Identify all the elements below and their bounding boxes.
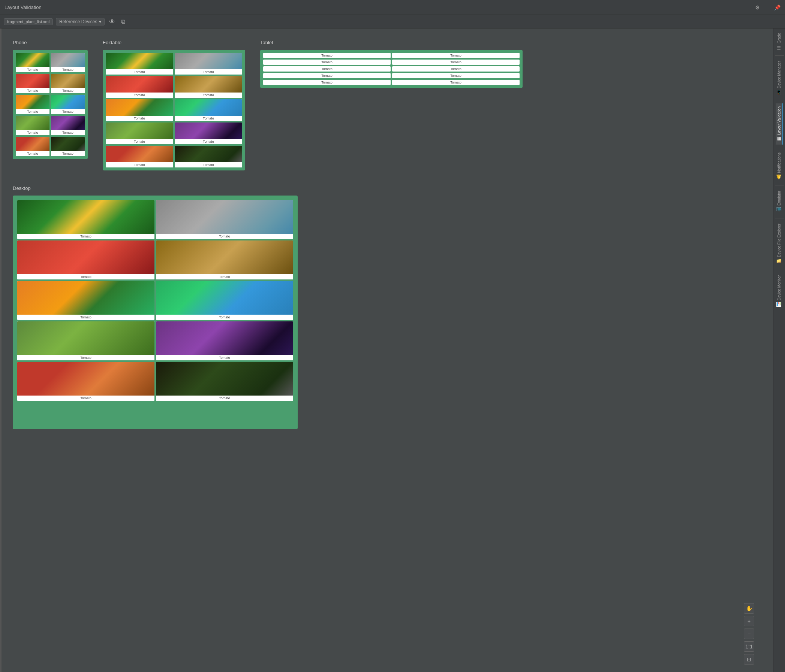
foldable-row-2: Tomato Tomato bbox=[106, 99, 242, 121]
top-devices-row: Phone Tomato Tomato bbox=[13, 40, 762, 170]
item-image bbox=[175, 123, 242, 139]
item-image bbox=[106, 123, 173, 139]
sidebar-tab-device-file-explorer[interactable]: 📁 Device File Explorer bbox=[776, 221, 783, 267]
list-item: Tomato bbox=[175, 123, 242, 144]
item-label: Tomato bbox=[16, 67, 50, 72]
sidebar-tab-device-file-explorer-label: Device File Explorer bbox=[777, 224, 781, 257]
foldable-frame: Tomato Tomato Tomato bbox=[103, 50, 245, 170]
list-item: Tomato bbox=[17, 281, 155, 320]
device-file-explorer-icon: 📁 bbox=[776, 259, 782, 265]
tablet-list: Tomato Tomato Tomato bbox=[263, 53, 519, 85]
canvas-area[interactable]: Phone Tomato Tomato bbox=[2, 28, 773, 672]
desktop-list: Tomato Tomato Tomato bbox=[17, 200, 293, 425]
sidebar-divider-6 bbox=[775, 270, 784, 270]
item-label: Tomato bbox=[17, 396, 155, 401]
grade-icon: ☰ bbox=[776, 45, 782, 50]
dropdown-arrow-icon: ▾ bbox=[99, 19, 101, 24]
item-label: Tomato bbox=[17, 234, 155, 239]
device-manager-icon: 📱 bbox=[776, 90, 782, 95]
item-label: Tomato bbox=[175, 116, 242, 121]
item-label: Tomato bbox=[17, 274, 155, 279]
phone-row-2: Tomato Tomato bbox=[16, 95, 85, 114]
minimize-icon[interactable]: — bbox=[765, 5, 769, 11]
item-label: Tomato bbox=[263, 73, 391, 78]
reset-zoom-button[interactable]: 1:1 bbox=[744, 641, 754, 652]
foldable-list: Tomato Tomato Tomato bbox=[106, 53, 242, 167]
item-image bbox=[16, 53, 50, 67]
copy-button[interactable]: ⧉ bbox=[120, 18, 127, 26]
item-label: Tomato bbox=[17, 315, 155, 320]
zoom-in-button[interactable]: + bbox=[744, 616, 754, 626]
sidebar-tab-emulator-label: Emulator bbox=[777, 191, 781, 206]
toolbar: fragment_plant_list.xml Reference Device… bbox=[0, 15, 785, 28]
item-label: Tomato bbox=[106, 69, 173, 75]
item-image bbox=[156, 321, 293, 355]
item-label: Tomato bbox=[156, 274, 293, 279]
phone-label: Phone bbox=[13, 40, 88, 45]
list-item: Tomato bbox=[17, 362, 155, 401]
item-image bbox=[175, 76, 242, 92]
settings-icon[interactable]: ⚙ bbox=[755, 5, 760, 11]
list-item: Tomato bbox=[16, 116, 50, 135]
item-label: Tomato bbox=[106, 116, 173, 121]
desktop-row-2: Tomato Tomato bbox=[17, 281, 293, 320]
sidebar-tab-notifications[interactable]: 🔔 Notifications bbox=[776, 150, 783, 183]
item-label: Tomato bbox=[156, 355, 293, 360]
tablet-row-0: Tomato Tomato bbox=[263, 53, 519, 58]
phone-frame: Tomato Tomato bbox=[13, 50, 88, 159]
item-label: Tomato bbox=[263, 66, 391, 72]
list-item: Tomato bbox=[16, 53, 50, 72]
item-image bbox=[17, 362, 155, 396]
item-image bbox=[51, 53, 85, 67]
list-item: Tomato bbox=[263, 53, 391, 58]
item-label: Tomato bbox=[263, 80, 391, 85]
list-item: Tomato bbox=[263, 73, 391, 78]
sidebar-tab-device-manager[interactable]: 📱 Device Manager bbox=[776, 58, 783, 98]
hand-tool-button[interactable]: ✋ bbox=[744, 603, 754, 614]
item-label: Tomato bbox=[16, 151, 50, 156]
desktop-bottom-space bbox=[17, 402, 293, 425]
list-item: Tomato bbox=[156, 321, 293, 360]
bottom-toolbar: ✋ + − 1:1 ⊡ bbox=[744, 603, 754, 664]
app-title: Layout Validation bbox=[5, 5, 42, 10]
sidebar-tab-device-monitor[interactable]: 📊 Device Monitor bbox=[776, 272, 783, 310]
main-content: Phone Tomato Tomato bbox=[0, 28, 785, 672]
phone-row-3: Tomato Tomato bbox=[16, 116, 85, 135]
frame-button[interactable]: ⊡ bbox=[744, 654, 754, 664]
pin-icon[interactable]: 📌 bbox=[774, 5, 780, 11]
sidebar-tab-emulator[interactable]: 📺 Emulator bbox=[776, 188, 783, 216]
item-label: Tomato bbox=[263, 53, 391, 58]
list-item: Tomato bbox=[263, 66, 391, 72]
item-label: Tomato bbox=[156, 234, 293, 239]
item-label: Tomato bbox=[51, 109, 85, 114]
list-item: Tomato bbox=[175, 76, 242, 98]
item-label: Tomato bbox=[392, 59, 519, 65]
eye-button[interactable]: 👁 bbox=[108, 18, 117, 26]
item-image bbox=[106, 146, 173, 162]
zoom-out-button[interactable]: − bbox=[744, 628, 754, 639]
sidebar-tab-layout-validation[interactable]: ▦ Layout Validation bbox=[776, 103, 783, 145]
item-label: Tomato bbox=[156, 315, 293, 320]
list-item: Tomato bbox=[392, 80, 519, 85]
item-label: Tomato bbox=[16, 130, 50, 135]
phone-section: Phone Tomato Tomato bbox=[13, 40, 88, 159]
sidebar-tab-notifications-label: Notifications bbox=[777, 153, 781, 173]
tablet-row-3: Tomato Tomato bbox=[263, 73, 519, 78]
sidebar-tab-grade[interactable]: ☰ Grade bbox=[776, 30, 783, 53]
item-image bbox=[175, 53, 242, 69]
list-item: Tomato bbox=[16, 95, 50, 114]
list-item: Tomato bbox=[51, 116, 85, 135]
item-image bbox=[156, 240, 293, 274]
desktop-row-0: Tomato Tomato bbox=[17, 200, 293, 239]
list-item: Tomato bbox=[392, 73, 519, 78]
item-image bbox=[156, 362, 293, 396]
list-item: Tomato bbox=[16, 74, 50, 93]
item-label: Tomato bbox=[51, 67, 85, 72]
reference-devices-dropdown[interactable]: Reference Devices ▾ bbox=[56, 18, 104, 25]
item-label: Tomato bbox=[106, 139, 173, 144]
list-item: Tomato bbox=[392, 66, 519, 72]
desktop-frame: Tomato Tomato Tomato bbox=[13, 195, 298, 429]
title-bar-icons: ⚙ — 📌 bbox=[755, 5, 780, 11]
device-monitor-icon: 📊 bbox=[776, 301, 782, 307]
desktop-row-4: Tomato Tomato bbox=[17, 362, 293, 401]
